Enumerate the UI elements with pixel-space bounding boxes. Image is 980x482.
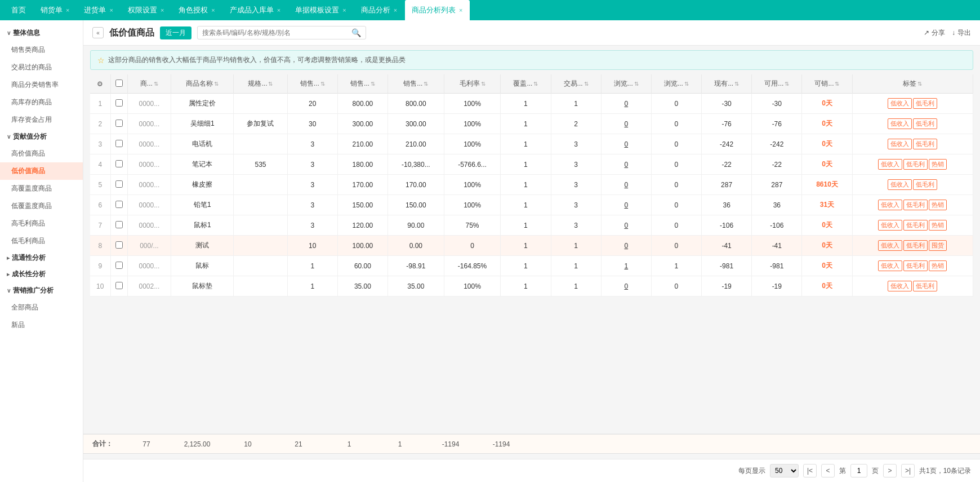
th-cov[interactable]: 覆盖...⇅ (501, 74, 551, 94)
th-checkbox[interactable] (110, 74, 127, 94)
td-checkbox[interactable] (110, 195, 127, 215)
sidebar-item-high-coverage[interactable]: 高覆盖度商品 (0, 180, 83, 197)
per-page-select[interactable]: 50 100 200 (770, 464, 799, 477)
nav-product-analysis[interactable]: 商品分析 × (354, 0, 404, 20)
sidebar-item-sales-goods[interactable]: 销售类商品 (0, 41, 83, 59)
first-page-button[interactable]: |< (803, 464, 817, 477)
th-gear[interactable]: ⚙ (90, 74, 110, 94)
td-checkbox[interactable] (110, 236, 127, 256)
nav-permissions[interactable]: 权限设置 × (121, 0, 171, 20)
th-name[interactable]: 商品名称⇅ (171, 74, 234, 94)
browse-link[interactable]: 0 (624, 201, 628, 209)
nav-close-template[interactable]: × (342, 7, 346, 14)
sidebar-group-circulation[interactable]: ▸ 流通性分析 (0, 250, 83, 266)
browse-link[interactable]: 1 (624, 262, 628, 270)
th-browse[interactable]: 浏览...⇅ (601, 74, 651, 94)
sidebar-item-low-value[interactable]: 低价值商品 (0, 162, 83, 180)
sidebar-item-stock-capital[interactable]: 库存资金占用 (0, 111, 83, 129)
nav-roles[interactable]: 角色授权 × (172, 0, 221, 20)
td-checkbox[interactable] (110, 134, 127, 154)
table-container[interactable]: ⚙ 商...⇅ 商品名称⇅ 规格...⇅ 销售...⇅ 销售...⇅ 销售...… (83, 74, 980, 434)
row-checkbox[interactable] (115, 99, 123, 107)
sidebar-item-high-stock[interactable]: 高库存的商品 (0, 94, 83, 111)
browse-link[interactable]: 0 (624, 181, 628, 189)
th-tags[interactable]: 标签⇅ (852, 74, 973, 94)
sidebar-item-low-margin[interactable]: 低毛利商品 (0, 232, 83, 250)
th-avail[interactable]: 可用...⇅ (752, 74, 802, 94)
browse-link[interactable]: 0 (624, 242, 628, 250)
td-checkbox[interactable] (110, 94, 127, 114)
sidebar-item-high-value[interactable]: 高价值商品 (0, 145, 83, 162)
th-s2[interactable]: 销售...⇅ (337, 74, 387, 94)
browse-link[interactable]: 0 (624, 140, 628, 148)
th-margin[interactable]: 毛利率⇅ (444, 74, 501, 94)
td-browse[interactable]: 0 (601, 175, 651, 195)
nav-product-in[interactable]: 产成品入库单 × (223, 0, 287, 20)
browse-link[interactable]: 0 (624, 161, 628, 169)
nav-close-roles[interactable]: × (211, 7, 215, 14)
sidebar-group-growth[interactable]: ▸ 成长性分析 (0, 266, 83, 282)
td-checkbox[interactable] (110, 256, 127, 276)
td-browse[interactable]: 0 (601, 276, 651, 297)
nav-template[interactable]: 单据模板设置 × (288, 0, 353, 20)
th-stock[interactable]: 现有...⇅ (702, 74, 752, 94)
td-browse[interactable]: 0 (601, 94, 651, 114)
nav-close-purchase[interactable]: × (109, 7, 113, 14)
next-page-button[interactable]: > (883, 464, 897, 477)
browse-link[interactable]: 0 (624, 100, 628, 108)
nav-close-sales[interactable]: × (66, 7, 69, 14)
nav-close-product-in[interactable]: × (277, 7, 280, 14)
sidebar-item-all-goods[interactable]: 全部商品 (0, 299, 83, 316)
nav-purchase[interactable]: 进货单 × (77, 0, 119, 20)
th-trans[interactable]: 交易...⇅ (551, 74, 601, 94)
browse-link[interactable]: 0 (624, 222, 628, 229)
td-browse[interactable]: 0 (601, 236, 651, 256)
nav-close-product-analysis[interactable]: × (394, 7, 397, 14)
nav-product-analysis-list[interactable]: 商品分析列表 × (405, 0, 469, 20)
td-browse[interactable]: 0 (601, 215, 651, 236)
browse-link[interactable]: 0 (624, 282, 628, 290)
th-sell[interactable]: 可销...⇅ (802, 74, 852, 94)
td-browse[interactable]: 0 (601, 154, 651, 175)
sidebar-item-new-goods[interactable]: 新品 (0, 316, 83, 334)
prev-page-button[interactable]: < (821, 464, 835, 477)
td-checkbox[interactable] (110, 154, 127, 175)
row-checkbox[interactable] (115, 221, 123, 228)
row-checkbox[interactable] (115, 201, 123, 208)
row-checkbox[interactable] (115, 180, 123, 188)
search-icon[interactable]: 🔍 (351, 28, 361, 37)
row-checkbox[interactable] (115, 262, 123, 269)
share-button[interactable]: ↗ 分享 (924, 28, 945, 38)
td-checkbox[interactable] (110, 175, 127, 195)
sidebar-item-low-coverage[interactable]: 低覆盖度商品 (0, 197, 83, 215)
sidebar-item-high-margin[interactable]: 高毛利商品 (0, 215, 83, 232)
th-s1[interactable]: 销售...⇅ (287, 74, 337, 94)
sidebar-item-traded-goods[interactable]: 交易过的商品 (0, 59, 83, 76)
td-browse[interactable]: 1 (601, 256, 651, 276)
sidebar-group-overall[interactable]: ∨ 整体信息 (0, 25, 83, 41)
sidebar-collapse-button[interactable]: « (92, 27, 104, 38)
td-browse[interactable]: 0 (601, 114, 651, 134)
nav-close-permissions[interactable]: × (161, 7, 164, 14)
td-checkbox[interactable] (110, 215, 127, 236)
row-checkbox[interactable] (115, 120, 123, 127)
nav-sales[interactable]: 销货单 × (34, 0, 76, 20)
horizontal-scrollbar[interactable] (83, 453, 980, 459)
date-filter-button[interactable]: 近一月 (160, 26, 191, 39)
page-number-input[interactable] (850, 464, 867, 477)
td-checkbox[interactable] (110, 114, 127, 134)
td-checkbox[interactable] (110, 276, 127, 297)
sidebar-item-category-rate[interactable]: 商品分类销售率 (0, 76, 83, 94)
th-code[interactable]: 商...⇅ (127, 74, 171, 94)
th-browseU[interactable]: 浏览...⇅ (651, 74, 701, 94)
row-checkbox[interactable] (115, 282, 123, 289)
search-input[interactable] (202, 29, 351, 37)
nav-close-product-analysis-list[interactable]: × (459, 7, 462, 14)
last-page-button[interactable]: >| (901, 464, 915, 477)
th-s3[interactable]: 销售...⇅ (388, 74, 444, 94)
select-all-checkbox[interactable] (115, 79, 123, 87)
row-checkbox[interactable] (115, 160, 123, 167)
sidebar-group-marketing[interactable]: ∨ 营销推广分析 (0, 282, 83, 299)
row-checkbox[interactable] (115, 241, 123, 249)
row-checkbox[interactable] (115, 140, 123, 147)
